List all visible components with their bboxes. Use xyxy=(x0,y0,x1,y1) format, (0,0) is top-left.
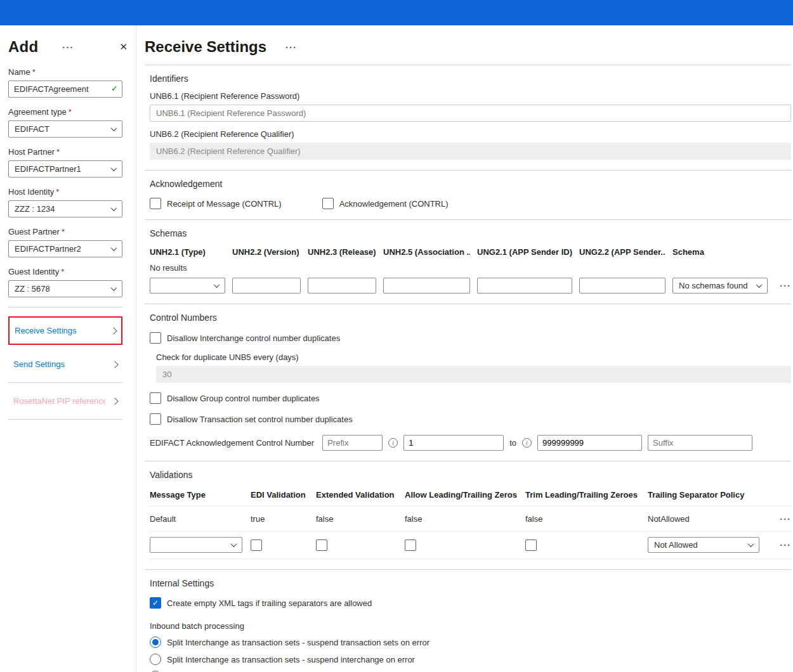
acknowledgement-checkbox[interactable] xyxy=(322,198,334,209)
chevron-right-icon xyxy=(111,361,118,368)
chevron-down-icon xyxy=(111,285,117,291)
required-asterisk: * xyxy=(56,187,59,197)
schema-version-input[interactable] xyxy=(232,278,301,294)
validations-default-row: Default true false false false NotAllowe… xyxy=(150,507,791,532)
agreement-type-value: EDIFACT xyxy=(15,124,49,134)
default-message-type: Default xyxy=(150,514,251,524)
host-identity-field-group: Host Identity* ZZZ : 1234 xyxy=(8,187,122,217)
guest-identity-label: Guest Identity xyxy=(8,267,59,276)
schema-app-sender-id-input[interactable] xyxy=(477,278,572,294)
split-suspend-transaction-radio[interactable] xyxy=(150,636,161,648)
guest-partner-select[interactable]: EDIFACTPartner2 xyxy=(8,240,122,257)
host-partner-select[interactable]: EDIFACTPartner1 xyxy=(8,160,122,178)
chevron-down-icon xyxy=(111,205,117,211)
default-extended-validation: false xyxy=(316,514,405,524)
default-allow-zeros: false xyxy=(405,514,525,524)
receipt-of-message-checkbox[interactable] xyxy=(150,198,161,209)
control-numbers-section: Control Numbers Disallow Interchange con… xyxy=(145,304,791,461)
trailing-policy-value: Not Allowed xyxy=(654,540,698,550)
send-settings-link: Send Settings xyxy=(13,359,65,369)
required-asterisk: * xyxy=(62,227,65,236)
trim-zeros-checkbox[interactable] xyxy=(525,540,537,551)
col-ung22: UNG2.2 (APP Sender... xyxy=(579,247,665,257)
range-start-input[interactable] xyxy=(403,435,504,451)
schema-type-select[interactable] xyxy=(150,278,225,294)
required-asterisk: * xyxy=(56,147,60,157)
unb62-label: UNB6.2 (Recipient Reference Qualifier) xyxy=(150,129,791,139)
host-identity-select[interactable]: ZZZ : 1234 xyxy=(8,200,122,217)
split-suspend-interchange-radio[interactable] xyxy=(150,654,161,665)
schema-app-sender-code-input[interactable] xyxy=(579,278,665,294)
row-more-icon[interactable]: ··· xyxy=(775,280,791,291)
guest-partner-value: EDIFACTPartner2 xyxy=(15,244,81,254)
page-title: Receive Settings xyxy=(145,38,266,56)
ack-control-number-label: EDIFACT Acknowledgement Control Number xyxy=(150,438,314,448)
edi-validation-checkbox[interactable] xyxy=(251,540,262,551)
sidebar-item-rosettanet-pip[interactable]: RosettaNet PIP reference xyxy=(8,387,122,415)
schema-release-input[interactable] xyxy=(308,278,376,294)
sidebar-item-receive-settings[interactable]: Receive Settings xyxy=(8,316,122,345)
chevron-down-icon xyxy=(231,541,237,547)
col-trailing-policy: Trailing Separator Policy xyxy=(648,490,775,500)
guest-identity-select[interactable]: ZZ : 5678 xyxy=(8,280,122,297)
disallow-interchange-label: Disallow Interchange control number dupl… xyxy=(167,333,340,343)
acknowledgement-heading: Acknowledgement xyxy=(150,179,791,189)
close-icon[interactable]: ✕ xyxy=(119,41,128,53)
disallow-transaction-checkbox[interactable] xyxy=(150,413,161,425)
acknowledgement-option: Acknowledgement (CONTRL) xyxy=(322,198,449,209)
chevron-down-icon xyxy=(748,541,754,547)
trailing-policy-select[interactable]: Not Allowed xyxy=(648,537,759,553)
row-more-icon[interactable]: ··· xyxy=(775,514,791,524)
disallow-group-option: Disallow Group control number duplicates xyxy=(150,392,791,404)
schemas-input-row: No schemas found ··· xyxy=(150,278,791,294)
disallow-group-checkbox[interactable] xyxy=(150,392,161,404)
col-unh22: UNH2.2 (Version) xyxy=(232,247,301,257)
prefix-input[interactable] xyxy=(322,435,383,451)
unb61-label: UNB6.1 (Recipient Reference Password) xyxy=(150,91,791,101)
sidebar-item-send-settings[interactable]: Send Settings xyxy=(8,350,122,378)
receipt-of-message-label: Receipt of Message (CONTRL) xyxy=(167,199,282,209)
more-icon[interactable]: ··· xyxy=(62,42,74,53)
agreement-type-field-group: Agreement type* EDIFACT xyxy=(8,107,122,138)
divider xyxy=(8,419,122,420)
col-unh25: UNH2.5 (Association ... xyxy=(383,247,470,257)
range-end-input[interactable] xyxy=(537,435,642,451)
unb61-input[interactable] xyxy=(150,105,791,122)
add-panel: Add ··· ✕ Name* ✓ Agreement type* EDIFAC… xyxy=(0,25,136,672)
disallow-interchange-option: Disallow Interchange control number dupl… xyxy=(150,332,791,344)
disallow-interchange-checkbox[interactable] xyxy=(150,332,161,344)
schema-association-input[interactable] xyxy=(383,278,470,294)
extended-validation-checkbox[interactable] xyxy=(316,540,327,551)
receive-settings-link: Receive Settings xyxy=(15,326,77,335)
agreement-type-select[interactable]: EDIFACT xyxy=(8,120,122,138)
schema-select[interactable]: No schemas found xyxy=(672,278,768,294)
info-icon[interactable]: i xyxy=(522,438,532,448)
unb62-input xyxy=(150,143,791,160)
ack-control-number-row: EDIFACT Acknowledgement Control Number i… xyxy=(150,435,791,451)
row-more-icon[interactable]: ··· xyxy=(775,540,791,550)
schemas-header-row: UNH2.1 (Type) UNH2.2 (Version) UNH2.3 (R… xyxy=(150,247,791,257)
divider xyxy=(8,307,122,307)
suffix-input[interactable] xyxy=(648,435,752,451)
default-edi-validation: true xyxy=(251,514,316,524)
validations-header-row: Message Type EDI Validation Extended Val… xyxy=(150,482,791,507)
divider xyxy=(8,382,122,383)
required-asterisk: * xyxy=(32,67,36,77)
check-duplicate-label: Check for duplicate UNB5 every (days) xyxy=(156,352,791,362)
col-message-type: Message Type xyxy=(150,490,251,500)
more-icon[interactable]: ··· xyxy=(285,42,297,53)
acknowledgement-section: Acknowledgement Receipt of Message (CONT… xyxy=(145,170,791,219)
allow-zeros-checkbox[interactable] xyxy=(405,540,416,551)
create-empty-xml-checkbox[interactable] xyxy=(150,597,161,609)
top-bar xyxy=(0,0,793,25)
required-asterisk: * xyxy=(69,107,72,117)
to-label: to xyxy=(509,438,516,448)
col-allow-zeros: Allow Leading/Trailing Zeros xyxy=(405,490,525,500)
host-identity-value: ZZZ : 1234 xyxy=(15,204,55,214)
info-icon[interactable]: i xyxy=(388,438,398,448)
chevron-down-icon xyxy=(214,281,220,288)
guest-identity-field-group: Guest Identity* ZZ : 5678 xyxy=(8,267,122,297)
message-type-select[interactable] xyxy=(150,537,242,553)
host-partner-field-group: Host Partner* EDIFACTPartner1 xyxy=(8,147,122,178)
name-input[interactable] xyxy=(8,81,122,98)
